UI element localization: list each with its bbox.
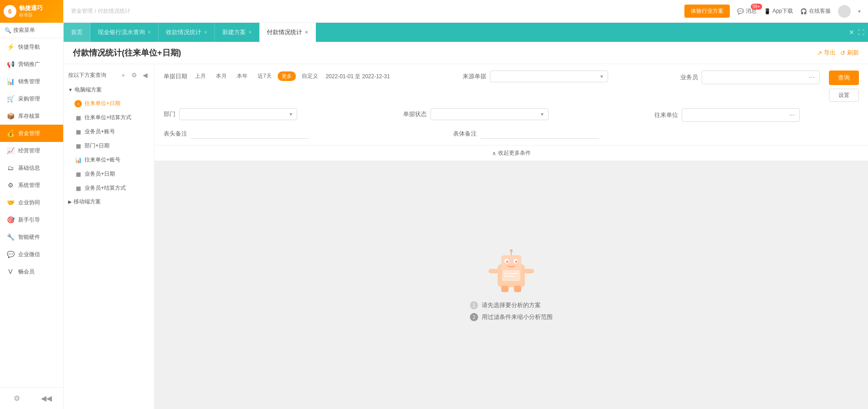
sidebar-item-inventory[interactable]: 📦库存核算 bbox=[0, 107, 63, 125]
date-btn-this-month[interactable]: 本月 bbox=[212, 71, 231, 82]
svg-rect-12 bbox=[502, 270, 520, 281]
export-btn[interactable]: ↗ 导出 bbox=[817, 49, 836, 57]
window-maximize-btn[interactable]: ⛶ bbox=[858, 29, 864, 36]
tab-home[interactable]: 首页 bbox=[64, 23, 90, 42]
body-note-label: 表体备注 bbox=[453, 130, 477, 138]
query-btn[interactable]: 查询 bbox=[829, 71, 859, 85]
scheme-staff-settle[interactable]: ▦ 业务员+结算方式 bbox=[64, 181, 154, 195]
nav-label-marketing: 营销推广 bbox=[18, 61, 40, 68]
filter-salesperson-item: 业务员 ··· bbox=[680, 71, 820, 84]
collapse-label: 收起更多条件 bbox=[498, 149, 531, 157]
export-label: 导出 bbox=[824, 49, 836, 57]
search-menu[interactable]: 🔍 搜索菜单 bbox=[0, 23, 63, 38]
date-btn-this-year[interactable]: 本年 bbox=[233, 71, 252, 82]
partner-label: 往来单位 bbox=[654, 111, 678, 119]
sidebar-header: 6 畅捷通巧 标准版 bbox=[0, 0, 63, 23]
sidebar-item-operation[interactable]: 📈经营管理 bbox=[0, 142, 63, 159]
date-btn-last-month[interactable]: 上月 bbox=[191, 71, 210, 82]
scheme-staff-account[interactable]: ▦ 业务员+账号 bbox=[64, 125, 154, 139]
sidebar-settings-btn[interactable]: ⚙ bbox=[4, 391, 30, 405]
app-download-btn[interactable]: 📱 App下载 bbox=[764, 7, 793, 15]
sidebar-item-system[interactable]: ⚙系统管理 bbox=[0, 177, 63, 194]
salesperson-select[interactable]: ··· bbox=[702, 71, 820, 84]
message-btn[interactable]: 💬 消息 99+ bbox=[737, 7, 757, 15]
filter-source-item: 来源单据 ▾ bbox=[463, 71, 608, 82]
logo-icon: 6 bbox=[4, 5, 16, 18]
trial-btn[interactable]: 体验行业方案 bbox=[684, 5, 730, 18]
tab-collection-close[interactable]: × bbox=[204, 29, 207, 35]
user-avatar[interactable] bbox=[838, 5, 851, 18]
date-btn-7days[interactable]: 近7天 bbox=[254, 71, 276, 82]
docstatus-label: 单据状态 bbox=[403, 110, 427, 118]
user-dropdown-icon[interactable]: ▾ bbox=[858, 8, 861, 15]
scheme-dept-date[interactable]: ▦ 部门+日期 bbox=[64, 139, 154, 153]
panel-toolbar-label: 按以下方案查询 bbox=[68, 71, 106, 79]
sidebar-item-purchase[interactable]: 🛒采购管理 bbox=[0, 90, 63, 107]
date-btn-custom[interactable]: 自定义 bbox=[298, 71, 322, 82]
sidebar-item-wechat[interactable]: 💬企业微信 bbox=[0, 246, 63, 263]
mobile-group-label: 移动端方案 bbox=[74, 198, 101, 206]
nav-icon-inventory: 📦 bbox=[6, 112, 15, 120]
collapse-conditions-btn[interactable]: ∧ 收起更多条件 bbox=[155, 145, 868, 161]
salesperson-dots-icon: ··· bbox=[809, 73, 815, 81]
refresh-btn[interactable]: ↺ 刷新 bbox=[840, 49, 859, 57]
search-label: 搜索菜单 bbox=[13, 26, 35, 34]
body-note-input[interactable] bbox=[480, 128, 599, 139]
sidebar-collapse-btn[interactable]: ◀◀ bbox=[34, 391, 60, 405]
tab-new-scheme[interactable]: 新建方案 × bbox=[215, 23, 259, 42]
header-note-input[interactable] bbox=[191, 128, 309, 139]
topbar: 资金管理 / 付款情况统计 体验行业方案 💬 消息 99+ 📱 App下载 🎧 … bbox=[64, 0, 868, 23]
scheme-partner-settle[interactable]: ▦ 往来单位+结算方式 bbox=[64, 111, 154, 125]
nav-icon-wechat: 💬 bbox=[6, 250, 15, 258]
nav-icon-marketing: 📢 bbox=[6, 60, 15, 68]
dept-select[interactable]: ▾ bbox=[179, 108, 297, 120]
add-scheme-btn[interactable]: + bbox=[119, 71, 128, 80]
tab-payment-close[interactable]: × bbox=[305, 29, 308, 35]
filter-settings-btn[interactable]: 设置 bbox=[829, 89, 859, 102]
scheme-staff-date[interactable]: ▦ 业务员+日期 bbox=[64, 167, 154, 181]
group-arrow-icon: ▼ bbox=[68, 87, 73, 92]
nav-icon-base: 🗂 bbox=[6, 164, 15, 172]
logo-sub: 标准版 bbox=[19, 12, 43, 18]
service-btn[interactable]: 🎧 在线客服 bbox=[800, 7, 831, 15]
date-btn-more[interactable]: 更多 bbox=[278, 71, 296, 81]
sidebar-item-base[interactable]: 🗂基础信息 bbox=[0, 159, 63, 177]
sidebar-item-enterprise[interactable]: 🤝企业协同 bbox=[0, 194, 63, 211]
tab-new-scheme-close[interactable]: × bbox=[249, 29, 252, 35]
panel-toolbar: 按以下方案查询 + ⚙ ◀ bbox=[64, 69, 154, 83]
sidebar-item-sales[interactable]: 📊销售管理 bbox=[0, 73, 63, 90]
window-close-btn[interactable]: ✕ bbox=[849, 29, 854, 36]
sidebar-item-guide[interactable]: 🎯新手引导 bbox=[0, 211, 63, 228]
tab-bank-close[interactable]: × bbox=[148, 29, 151, 35]
empty-hints: 1 请先选择要分析的方案 2 用过滤条件来缩小分析范围 bbox=[470, 301, 553, 321]
hint-text-1: 请先选择要分析的方案 bbox=[482, 301, 541, 309]
sidebar-item-marketing[interactable]: 📢营销推广 bbox=[0, 56, 63, 73]
tab-collection[interactable]: 收款情况统计 × bbox=[159, 23, 215, 42]
scheme-label-partner-settle: 往来单位+结算方式 bbox=[85, 114, 131, 121]
empty-illustration bbox=[484, 248, 539, 294]
scheme-partner-date[interactable]: ○ 往来单位+日期 bbox=[64, 96, 154, 111]
scheme-label-staff-account: 业务员+账号 bbox=[85, 128, 115, 136]
scheme-icon-partner-settle: ▦ bbox=[75, 114, 82, 121]
tab-payment[interactable]: 付款情况统计 × bbox=[259, 23, 316, 42]
scheme-partner-account[interactable]: 📊 往来单位+账号 bbox=[64, 153, 154, 167]
filter-docstatus-item: 单据状态 ▾ bbox=[403, 108, 549, 120]
body-area: 按以下方案查询 + ⚙ ◀ ▼ 电脑端方案 ○ 往来单位+日期 bbox=[64, 64, 868, 409]
source-label: 来源单据 bbox=[463, 72, 486, 81]
docstatus-select[interactable]: ▾ bbox=[430, 108, 549, 120]
sidebar-item-quick-nav[interactable]: ⚡快捷导航 bbox=[0, 38, 63, 56]
breadcrumb: 资金管理 / 付款情况统计 bbox=[71, 7, 680, 15]
partner-select[interactable]: ··· bbox=[682, 108, 800, 122]
panel-collapse-btn[interactable]: ◀ bbox=[140, 71, 150, 80]
scheme-settings-btn[interactable]: ⚙ bbox=[130, 71, 139, 80]
sidebar-item-finance[interactable]: 💰资金管理 bbox=[0, 125, 63, 142]
mobile-group-header[interactable]: ▶ 移动端方案 bbox=[64, 195, 154, 208]
tab-bank[interactable]: 现金银行流水查询 × bbox=[90, 23, 159, 42]
nav-label-system: 系统管理 bbox=[18, 182, 40, 189]
scheme-icon-staff-date: ▦ bbox=[75, 171, 82, 178]
page-title: 付款情况统计(往来单位+日期) bbox=[73, 47, 181, 58]
sidebar-item-member[interactable]: V畅会员 bbox=[0, 263, 63, 280]
pc-group-header[interactable]: ▼ 电脑端方案 bbox=[64, 83, 154, 96]
source-select[interactable]: ▾ bbox=[490, 71, 608, 82]
sidebar-item-hardware[interactable]: 🔧智能硬件 bbox=[0, 228, 63, 246]
